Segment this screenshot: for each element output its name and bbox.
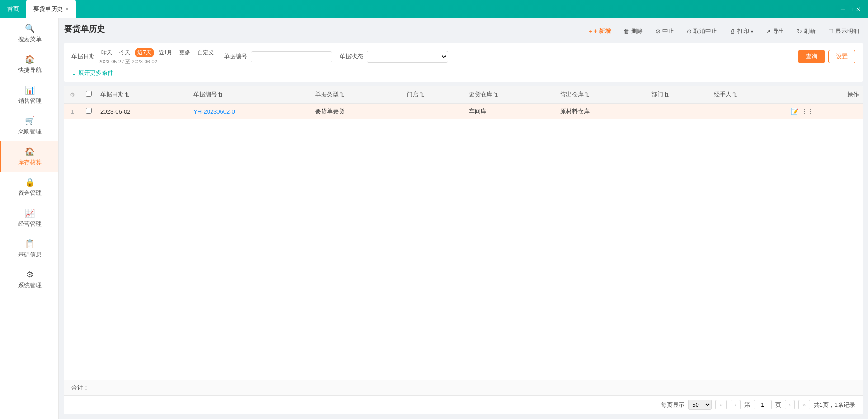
sort-icon: ⇅ — [732, 91, 737, 98]
purchase-icon: 🛒 — [25, 116, 35, 126]
col-settings-header[interactable]: ⚙ — [64, 86, 80, 104]
shortcut-custom[interactable]: 自定义 — [195, 48, 217, 57]
tab-requisition-history[interactable]: 要货单历史 × — [26, 0, 76, 18]
close-window-icon[interactable]: ✕ — [856, 6, 861, 13]
new-button[interactable]: + + 新增 — [585, 25, 614, 37]
filter-actions: 查询 设置 — [798, 50, 855, 63]
cancel-stop-icon: ⊙ — [687, 28, 692, 35]
tab-home[interactable]: 首页 — [0, 0, 26, 18]
sidebar-item-purchase[interactable]: 🛒 采购管理 — [0, 110, 58, 141]
row-type: 要货单要货 — [311, 104, 403, 119]
order-no-link[interactable]: YH-20230602-0 — [193, 108, 235, 115]
select-all-checkbox[interactable] — [86, 91, 92, 97]
sidebar-item-finance[interactable]: 🔒 资金管理 — [0, 172, 58, 203]
next-page-button[interactable]: › — [785, 400, 795, 409]
col-checkbox-header[interactable] — [80, 86, 97, 104]
shortcut-7days[interactable]: 近7天 — [135, 48, 154, 57]
shortcut-more[interactable]: 更多 — [177, 48, 193, 57]
row-handler — [710, 104, 787, 119]
sidebar-item-system[interactable]: ⚙ 系统管理 — [0, 264, 58, 295]
col-pend-warehouse-header[interactable]: 待出仓库⇅ — [557, 86, 648, 104]
row-checkbox[interactable] — [86, 108, 92, 114]
per-page-select[interactable]: 20 50 100 — [688, 400, 712, 410]
sort-icon: ⇅ — [125, 91, 130, 98]
shortcut-today[interactable]: 今天 — [117, 48, 133, 57]
stop-button[interactable]: ⊘ 中止 — [652, 25, 678, 37]
window-actions: ─ □ ✕ — [841, 6, 868, 13]
query-button[interactable]: 查询 — [798, 50, 825, 63]
delete-button[interactable]: 🗑 删除 — [620, 25, 646, 37]
order-no-input[interactable] — [251, 51, 332, 62]
order-no-filter-group: 单据编号 — [224, 51, 332, 62]
status-select[interactable] — [367, 51, 448, 63]
close-tab-icon[interactable]: × — [66, 6, 69, 12]
export-button[interactable]: ↗ 导出 — [762, 25, 788, 37]
sidebar-item-search[interactable]: 🔍 搜索菜单 — [0, 18, 58, 49]
col-order-no-header[interactable]: 单据编号⇅ — [190, 86, 311, 104]
row-pend-warehouse: 原材料仓库 — [557, 104, 648, 119]
col-type-header[interactable]: 单据类型⇅ — [311, 86, 403, 104]
row-num: 1 — [64, 104, 80, 119]
search-icon: 🔍 — [25, 24, 35, 33]
sort-icon: ⇅ — [664, 91, 669, 98]
refresh-icon: ↻ — [797, 28, 802, 35]
sidebar: 🔍 搜索菜单 🏠 快捷导航 📊 销售管理 🛒 采购管理 🏠 库存核算 🔒 资金管… — [0, 18, 59, 419]
status-filter-group: 单据状态 — [340, 51, 448, 63]
col-dept-header[interactable]: 部门⇅ — [648, 86, 710, 104]
summary-label: 合计： — [71, 384, 89, 392]
sort-icon: ⇅ — [420, 91, 425, 98]
date-shortcuts: 昨天 今天 近7天 近1月 更多 自定义 2023-05-27 至 2023-0… — [99, 48, 217, 65]
shortcut-1month[interactable]: 近1月 — [156, 48, 175, 57]
col-date-header[interactable]: 单据日期⇅ — [97, 86, 190, 104]
print-dropdown-icon: ▾ — [751, 29, 753, 34]
new-icon: + — [589, 28, 592, 35]
expand-filter-button[interactable]: ⌄ 展开更多条件 — [71, 69, 855, 77]
settings-button[interactable]: 设置 — [828, 50, 855, 63]
col-req-warehouse-header[interactable]: 要货仓库⇅ — [465, 86, 557, 104]
total-info: 共1页，1条记录 — [814, 401, 855, 409]
row-date: 2023-06-02 — [97, 104, 190, 119]
table-footer: 合计： — [64, 380, 863, 395]
finance-icon: 🔒 — [25, 177, 35, 187]
date-filter-group: 单据日期 昨天 今天 近7天 近1月 更多 自定义 2023-05-27 至 2… — [71, 48, 217, 65]
print-button[interactable]: 🖨 打印 ▾ — [726, 25, 757, 37]
row-req-warehouse: 车间库 — [465, 104, 557, 119]
sidebar-item-operations[interactable]: 📈 经营管理 — [0, 203, 58, 233]
last-page-button[interactable]: » — [798, 400, 810, 409]
minimize-icon[interactable]: ─ — [841, 6, 845, 13]
stop-icon: ⊘ — [656, 28, 660, 35]
toolbar: + + 新增 🗑 删除 ⊘ 中止 ⊙ 取消中止 🖨 打印 — [105, 25, 863, 37]
cancel-stop-button[interactable]: ⊙ 取消中止 — [683, 25, 721, 37]
top-bar: 首页 要货单历史 × ─ □ ✕ — [0, 0, 868, 18]
page-title: 要货单历史 — [64, 24, 105, 34]
row-checkbox-cell[interactable] — [80, 104, 97, 119]
shortcut-yesterday[interactable]: 昨天 — [99, 48, 115, 57]
page-number-input[interactable] — [754, 400, 772, 409]
first-page-button[interactable]: « — [715, 400, 726, 409]
data-table: ⚙ 单据日期⇅ 单据编号⇅ 单据类型⇅ — [64, 86, 863, 119]
sort-icon: ⇅ — [218, 91, 223, 98]
system-icon: ⚙ — [26, 270, 33, 280]
maximize-icon[interactable]: □ — [849, 6, 852, 13]
col-handler-header[interactable]: 经手人⇅ — [710, 86, 787, 104]
tab-bar: 首页 要货单历史 × — [0, 0, 76, 18]
per-page-label: 每页显示 — [661, 401, 684, 409]
sort-icon: ⇅ — [493, 91, 498, 98]
display-detail-button[interactable]: ☐ 显示明细 — [825, 25, 863, 37]
order-no-label: 单据编号 — [224, 52, 247, 61]
row-more-icon[interactable]: ⋮⋮ — [801, 108, 814, 115]
sidebar-item-inventory[interactable]: 🏠 库存核算 — [0, 141, 58, 172]
row-edit-icon[interactable]: 📝 — [791, 108, 798, 115]
filter-panel: 单据日期 昨天 今天 近7天 近1月 更多 自定义 2023-05-27 至 2… — [64, 43, 863, 82]
date-filter-label: 单据日期 — [71, 52, 95, 61]
sidebar-item-sales[interactable]: 📊 销售管理 — [0, 80, 58, 110]
col-action-header: 操作 — [787, 86, 863, 104]
refresh-button[interactable]: ↻ 刷新 — [793, 25, 819, 37]
sidebar-item-basic-info[interactable]: 📋 基础信息 — [0, 233, 58, 264]
sidebar-item-shortcuts[interactable]: 🏠 快捷导航 — [0, 49, 58, 80]
row-order-no[interactable]: YH-20230602-0 — [190, 104, 311, 119]
row-dept — [648, 104, 710, 119]
filter-row: 单据日期 昨天 今天 近7天 近1月 更多 自定义 2023-05-27 至 2… — [71, 48, 855, 65]
col-store-header[interactable]: 门店⇅ — [403, 86, 465, 104]
prev-page-button[interactable]: ‹ — [731, 400, 741, 409]
